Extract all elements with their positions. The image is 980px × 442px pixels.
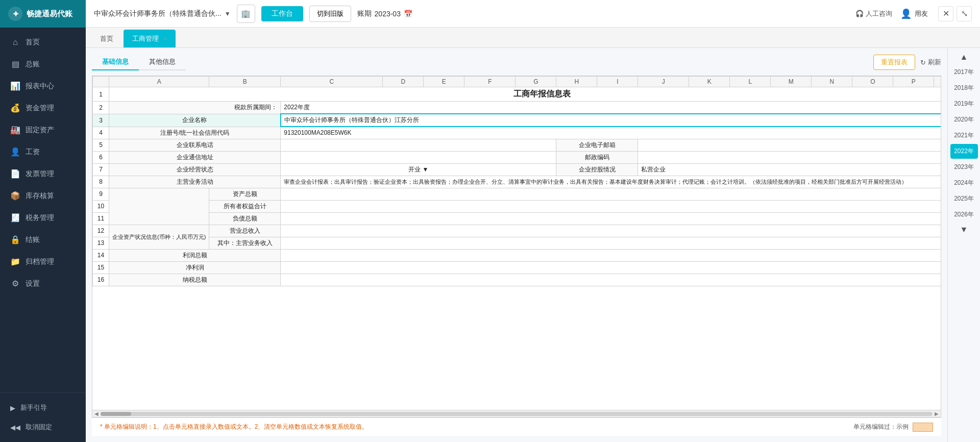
sidebar-item-home[interactable]: ⌂ 首页	[0, 32, 86, 53]
workbench-button[interactable]: 工作台	[261, 6, 303, 21]
refresh-button[interactable]: ↻ 刷新	[920, 58, 941, 67]
spreadsheet-scroll-area[interactable]: A B C D E F G H I J K L	[92, 76, 941, 410]
year-item-2023[interactable]: 2023年	[950, 160, 978, 175]
ledger-icon: ▤	[10, 59, 20, 69]
address-label-cell: 企业通信地址	[109, 151, 281, 163]
main-revenue-value-cell[interactable]	[281, 237, 941, 249]
equity-label-cell: 企业控股情况	[556, 163, 638, 176]
year-item-2019[interactable]: 2019年	[950, 96, 978, 111]
sidebar-item-label: 资金管理	[26, 104, 54, 113]
table-row: 4 注册号/统一社会信用代码 91320100MA208E5W6K	[93, 127, 941, 139]
liabilities-value-cell[interactable]	[281, 212, 941, 225]
topbar: 中审众环会计师事务所（特殊普通合伙... ▼ 🏢 工作台 切到旧版 账期 202…	[86, 0, 980, 28]
spreadsheet-wrap: A B C D E F G H I J K L	[92, 76, 941, 418]
scroll-right-icon[interactable]: ▶	[935, 411, 939, 416]
net-profit-value-cell[interactable]	[281, 261, 941, 274]
old-version-button[interactable]: 切到旧版	[309, 6, 351, 22]
address-value-cell[interactable]	[281, 151, 556, 163]
equity-total-label-cell: 所有者权益合计	[209, 200, 281, 212]
zipcode-label-cell: 邮政编码	[556, 151, 638, 163]
col-header-o: O	[852, 77, 893, 87]
period-value-cell[interactable]: 2022年度	[281, 102, 941, 114]
total-profit-value-cell[interactable]	[281, 249, 941, 261]
sidebar-item-archive[interactable]: 📁 归档管理	[0, 251, 86, 273]
sidebar-item-fixed-assets[interactable]: 🏭 固定资产	[0, 119, 86, 141]
col-header-j: J	[638, 77, 689, 87]
sheet-title-cell[interactable]: 工商年报信息表	[109, 87, 941, 102]
reset-report-button[interactable]: 重置报表	[873, 55, 915, 70]
year-scroll-down-button[interactable]: ▼	[954, 223, 974, 237]
reg-no-value-cell[interactable]: 91320100MA208E5W6K	[281, 127, 941, 139]
window-close-button[interactable]: ✕	[938, 6, 953, 21]
equity-total-value-cell[interactable]	[281, 200, 941, 212]
service-button[interactable]: 🎧 人工咨询	[855, 9, 892, 18]
tab-business-mgmt[interactable]: 工商管理 ×	[124, 30, 176, 47]
year-item-2018[interactable]: 2018年	[950, 81, 978, 95]
company-dropdown-icon[interactable]: ▼	[225, 10, 231, 17]
tab-close-icon[interactable]: ×	[164, 36, 167, 42]
row-num-6: 6	[93, 151, 109, 163]
sub-tab-other[interactable]: 其他信息	[139, 54, 186, 70]
zipcode-value-cell[interactable]	[638, 151, 941, 163]
tab-home[interactable]: 首页	[92, 30, 121, 47]
total-revenue-value-cell[interactable]	[281, 225, 941, 237]
scroll-left-icon[interactable]: ◀	[94, 411, 99, 416]
calendar-icon[interactable]: 📅	[404, 10, 412, 18]
year-item-2026[interactable]: 2026年	[950, 207, 978, 222]
tab-bar: 首页 工商管理 ×	[86, 28, 980, 48]
sidebar-item-ledger[interactable]: ▤ 总账	[0, 53, 86, 75]
col-header-l: L	[730, 77, 771, 87]
settings-icon: ⚙	[10, 279, 20, 288]
company-name-value-cell[interactable]: 中审众环会计师事务所（特殊普通合伙）江苏分所	[281, 114, 941, 127]
table-row: 14 利润总额	[93, 249, 941, 261]
scroll-track[interactable]	[101, 412, 933, 416]
total-tax-value-cell[interactable]	[281, 274, 941, 286]
year-item-2022[interactable]: 2022年	[950, 144, 978, 159]
refresh-icon: ↻	[920, 59, 926, 66]
invoice-icon: 📄	[10, 169, 20, 179]
email-value-cell[interactable]	[638, 139, 941, 151]
sidebar-item-salary[interactable]: 👤 工资	[0, 141, 86, 163]
table-row: 12 企业资产状况信息(币种：人民币万元) 营业总收入	[93, 225, 941, 237]
total-assets-value-cell[interactable]	[281, 188, 941, 200]
sub-tab-basic[interactable]: 基础信息	[92, 54, 139, 70]
company-selector[interactable]: 中审众环会计师事务所（特殊普通合伙... ▼	[94, 9, 231, 18]
year-scroll-up-button[interactable]: ▲	[954, 50, 974, 64]
sidebar-item-unpin[interactable]: ◀◀ 取消固定	[0, 418, 86, 437]
company-info-button[interactable]: 🏢	[237, 5, 255, 23]
col-header-q: Q	[934, 77, 941, 87]
total-profit-label-cell: 利润总额	[109, 249, 281, 261]
horizontal-scrollbar[interactable]: ◀ ▶	[92, 410, 941, 417]
sidebar-item-reports[interactable]: 📊 报表中心	[0, 75, 86, 97]
sidebar-item-close[interactable]: 🔒 结账	[0, 229, 86, 251]
year-item-2021[interactable]: 2021年	[950, 128, 978, 143]
user-menu[interactable]: 👤 用友	[900, 8, 928, 19]
year-item-2017[interactable]: 2017年	[950, 65, 978, 80]
user-avatar-icon: 👤	[900, 8, 912, 19]
sidebar-item-settings[interactable]: ⚙ 设置	[0, 273, 86, 294]
window-expand-button[interactable]: ⤡	[957, 6, 972, 21]
email-label-cell: 企业电子邮箱	[556, 139, 638, 151]
table-row: 5 企业联系电话 企业电子邮箱	[93, 139, 941, 151]
sidebar-item-invoice[interactable]: 📄 发票管理	[0, 163, 86, 185]
year-item-2024[interactable]: 2024年	[950, 176, 978, 190]
col-header-k: K	[689, 77, 730, 87]
period-value: 2023-03	[375, 10, 401, 18]
scroll-thumb[interactable]	[101, 412, 131, 416]
col-header-a: A	[109, 77, 209, 87]
app-name: 畅捷通易代账	[27, 9, 72, 19]
sidebar-item-label: 结账	[26, 235, 40, 244]
period-selector[interactable]: 账期 2023-03 📅	[357, 9, 412, 18]
reg-no-label-cell: 注册号/统一社会信用代码	[109, 127, 281, 139]
sidebar-item-label: 总账	[26, 60, 40, 69]
sidebar-item-tax[interactable]: 🧾 税务管理	[0, 207, 86, 229]
sidebar-item-new-guide[interactable]: ▶ 新手引导	[0, 398, 86, 418]
year-item-2020[interactable]: 2020年	[950, 112, 978, 127]
sidebar-item-inventory[interactable]: 📦 库存核算	[0, 185, 86, 207]
biz-status-value-cell[interactable]: 开业 ▼	[281, 163, 556, 176]
equity-value-cell[interactable]: 私营企业	[638, 163, 941, 176]
year-item-2025[interactable]: 2025年	[950, 191, 978, 206]
sidebar-item-funds[interactable]: 💰 资金管理	[0, 97, 86, 119]
phone-value-cell[interactable]	[281, 139, 556, 151]
main-biz-value-cell[interactable]: 审查企业会计报表；出具审计报告；验证企业资本；出具验资报告；办理企业合开、分立、…	[281, 176, 941, 188]
